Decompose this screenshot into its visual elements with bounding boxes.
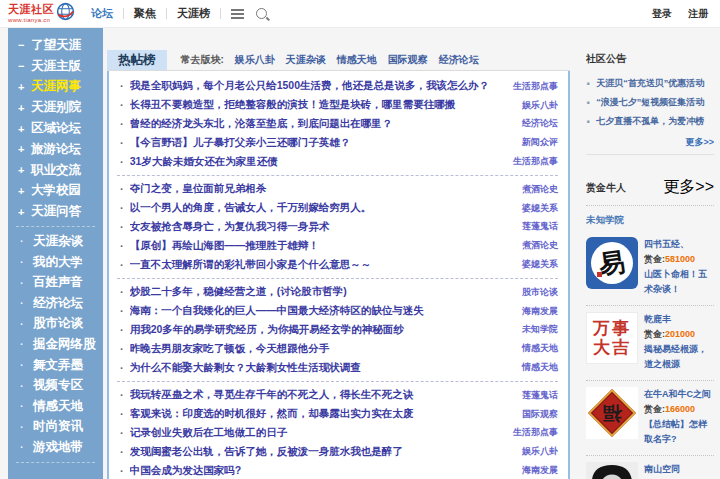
post-board-link[interactable]: 新闻众评 bbox=[522, 136, 558, 149]
sidebar-item-tianya-wangshi[interactable]: +天涯网事 bbox=[8, 77, 103, 98]
post-title-link[interactable]: 客观来说：印度选的时机很好，然而，却暴露出实力实在太废 bbox=[130, 407, 514, 421]
bw-portrait-avatar[interactable] bbox=[586, 462, 638, 479]
post-board-link[interactable]: 生活那点事 bbox=[513, 426, 558, 439]
post-title-link[interactable]: 曾经的经济龙头东北，沦落至垫底，到底问题出在哪里？ bbox=[130, 117, 514, 131]
register-link[interactable]: 注册 bbox=[688, 7, 708, 21]
search-icon[interactable] bbox=[256, 8, 267, 19]
announcement-link[interactable]: 七夕直播不孤单，为爱冲榜 bbox=[596, 115, 704, 128]
bounty-label: 赏金: bbox=[644, 329, 665, 339]
post-title-link[interactable]: 为什么不能娶大龄剩女？大龄剩女性生活现状调查 bbox=[130, 361, 514, 375]
post-title-link[interactable]: 中国会成为发达国家吗? bbox=[130, 464, 514, 478]
sidebar-item-baixing-shengyin[interactable]: 百姓声音 bbox=[8, 272, 103, 293]
post-board-link[interactable]: 未知学院 bbox=[522, 323, 558, 336]
sidebar-item-lvyou-luntan[interactable]: +旅游论坛 bbox=[8, 139, 103, 160]
sidebar-item-shishang-zixun[interactable]: 时尚资讯 bbox=[8, 417, 103, 438]
post-board-link[interactable]: 煮酒论史 bbox=[522, 239, 558, 252]
post-board-link[interactable]: 煮酒论史 bbox=[522, 183, 558, 196]
sidebar-item-gushi-luntan[interactable]: 股市论谈 bbox=[8, 314, 103, 335]
nav-divider bbox=[220, 8, 221, 19]
bounty-user-link[interactable]: 在牛A和牛C之间 bbox=[644, 387, 714, 402]
post-board-link[interactable]: 海南发展 bbox=[522, 305, 558, 318]
main-nav: 论坛 聚焦 天涯榜 bbox=[91, 6, 267, 21]
post-board-link[interactable]: 婆媳关系 bbox=[522, 202, 558, 215]
sidebar-item-qinggan-tiandi[interactable]: 情感天地 bbox=[8, 396, 103, 417]
post-board-link[interactable]: 莲蓬鬼话 bbox=[522, 389, 558, 402]
post-title-link[interactable]: 发现闺蜜老公出轨，告诉了她，反被泼一身脏水我也是醉了 bbox=[130, 445, 514, 459]
post-board-link[interactable]: 莲蓬鬼话 bbox=[522, 220, 558, 233]
post-board-link[interactable]: 生活那点事 bbox=[513, 155, 558, 168]
bounty-user-link[interactable]: 四书五经、 bbox=[644, 237, 714, 252]
post-board-link[interactable]: 国际观察 bbox=[522, 408, 558, 421]
sidebar-item-tianya-zatan[interactable]: 天涯杂谈 bbox=[8, 231, 103, 252]
nav-divider bbox=[166, 8, 167, 19]
quick-link-tianya-zatan[interactable]: 天涯杂谈 bbox=[286, 53, 326, 67]
post-board-link[interactable]: 情感天地 bbox=[522, 342, 558, 355]
announcement-link[interactable]: “浪漫七夕”短视频征集活动 bbox=[596, 96, 704, 109]
post-title-link[interactable]: 炒股二十多年，稳健经营之道，(讨论股市哲学) bbox=[130, 285, 514, 299]
bounty-post-link[interactable]: 揭秘易经根源，道之根源 bbox=[644, 342, 714, 372]
quick-link-qinggan-tiandi[interactable]: 情感天地 bbox=[337, 53, 377, 67]
sidebar-separator bbox=[16, 226, 95, 227]
quick-link-jingji-luntan[interactable]: 经济论坛 bbox=[439, 53, 479, 67]
announcements-more-link[interactable]: 更多>> bbox=[685, 137, 714, 147]
post-board-link[interactable]: 娱乐八卦 bbox=[522, 445, 558, 458]
frequent-boards-label: 常去版块: bbox=[181, 53, 224, 67]
post-board-link[interactable]: 股市论谈 bbox=[522, 286, 558, 299]
sidebar-item-liaowang-tianya[interactable]: −了望天涯 bbox=[8, 35, 103, 56]
login-link[interactable]: 登录 bbox=[652, 7, 672, 21]
post-title-link[interactable]: 我玩转巫蛊之术，寻觅生存千年的不死之人，得长生不死之诀 bbox=[130, 388, 514, 402]
sidebar-item-juejin-wangluogu[interactable]: 掘金网络股 bbox=[8, 334, 103, 355]
post-title-link[interactable]: 昨晚去男朋友家吃了顿饭，今天想跟他分手 bbox=[130, 342, 514, 356]
post-title-link[interactable]: 长得丑不要赖造型，拒绝整容般的演技！造型是块砖，哪里需要往哪搬 bbox=[130, 98, 514, 112]
post-title-link[interactable]: 【原创】再绘山海图——推理胜于雄辩！ bbox=[130, 239, 514, 253]
sidebar-item-quyu-luntan[interactable]: +区域论坛 bbox=[8, 118, 103, 139]
post-board-link[interactable]: 海南发展 bbox=[522, 464, 558, 477]
hamburger-menu-icon[interactable] bbox=[231, 7, 244, 21]
post-board-link[interactable]: 生活那点事 bbox=[513, 80, 558, 93]
post-title-link[interactable]: 夺门之变，皇位面前兄弟相杀 bbox=[130, 182, 514, 196]
post-title-link[interactable]: 31岁大龄未婚女还在为家里还债 bbox=[130, 155, 505, 169]
quick-link-yule-bagua[interactable]: 娱乐八卦 bbox=[235, 53, 275, 67]
bounty-post-link[interactable]: 山医卜命相！五术杂谈！ bbox=[644, 267, 714, 297]
site-logo[interactable]: 天涯社区 www.tianya.cn bbox=[8, 4, 75, 23]
nav-tianya-rank[interactable]: 天涯榜 bbox=[177, 6, 210, 21]
logo-url: www.tianya.cn bbox=[8, 17, 54, 23]
sidebar-item-zhiye-jiaoliu[interactable]: +职业交流 bbox=[8, 160, 103, 181]
bounty-post-link[interactable]: 【总结帖】怎样取名字? bbox=[644, 417, 714, 447]
sidebar-item-tianya-bieyuan[interactable]: +天涯别院 bbox=[8, 97, 103, 118]
sidebar-item-tianya-zhuban[interactable]: −天涯主版 bbox=[8, 56, 103, 77]
post-title-link[interactable]: 一直不太理解所谓的彩礼带回小家是个什么意思～～ bbox=[130, 258, 514, 272]
sidebar-item-tianya-wenda[interactable]: +天涯问答 bbox=[8, 201, 103, 222]
post-title-link[interactable]: 女友被抢含辱身亡，为复仇我习得一身异术 bbox=[130, 220, 514, 234]
announcements-panel: 社区公告 天涯贝“首充送贝”优惠活动 “浪漫七夕”短视频征集活动 七夕直播不孤单… bbox=[586, 52, 714, 155]
post-board-link[interactable]: 娱乐八卦 bbox=[522, 99, 558, 112]
tab-hot-posts[interactable]: 热帖榜 bbox=[107, 50, 167, 70]
bounty-user-link[interactable]: 南山空同 bbox=[644, 462, 714, 477]
expand-icon: + bbox=[18, 206, 31, 218]
post-board-link[interactable]: 经济论坛 bbox=[522, 117, 558, 130]
post-board-link[interactable]: 婆媳关系 bbox=[522, 258, 558, 271]
post-title-link[interactable]: 我是全职妈妈，每个月老公只给1500生活费，他还是总是说多，我该怎么办？ bbox=[130, 79, 505, 93]
post-title-link[interactable]: 【今言野语】儿子暴打父亲小三还哪门子英雄？ bbox=[130, 136, 514, 150]
announcement-link[interactable]: 天涯贝“首充送贝”优惠活动 bbox=[596, 77, 704, 90]
bounty-section-link[interactable]: 未知学院 bbox=[586, 214, 624, 227]
post-title-link[interactable]: 记录创业失败后在工地做工的日子 bbox=[130, 426, 505, 440]
bounty-user-link[interactable]: 乾鹿丰 bbox=[644, 312, 714, 327]
sidebar-item-youxi-didai[interactable]: 游戏地带 bbox=[8, 437, 103, 458]
post-title-link[interactable]: 海南：一个自我矮化的巨人——中国最大经济特区的缺位与迷失 bbox=[130, 304, 514, 318]
bounty-more-link[interactable]: 更多>> bbox=[663, 177, 714, 198]
inverted-fu-diamond-avatar[interactable] bbox=[586, 387, 638, 439]
post-board-link[interactable]: 情感天地 bbox=[522, 361, 558, 374]
post-title-link[interactable]: 以一个男人的角度，告诫女人，千万别嫁给穷男人。 bbox=[130, 201, 514, 215]
sidebar-item-wode-daxue[interactable]: 我的大学 bbox=[8, 252, 103, 273]
post-title-link[interactable]: 用我20多年的易学研究经历，为你揭开易经玄学的神秘面纱 bbox=[130, 323, 514, 337]
sidebar-item-shipin-zhuanqu[interactable]: 视频专区 bbox=[8, 375, 103, 396]
wanshidaji-calligraphy-avatar[interactable]: 万事大吉 bbox=[586, 312, 638, 364]
quick-link-guoji-guancha[interactable]: 国际观察 bbox=[388, 53, 428, 67]
sidebar-item-wuwen-nongmo[interactable]: 舞文弄墨 bbox=[8, 355, 103, 376]
sidebar-item-daxue-xiaoyuan[interactable]: +大学校园 bbox=[8, 181, 103, 202]
sidebar-item-jingji-luntan[interactable]: 经济论坛 bbox=[8, 293, 103, 314]
nav-focus[interactable]: 聚焦 bbox=[134, 6, 156, 21]
yijing-seal-avatar[interactable] bbox=[586, 237, 638, 289]
nav-forum[interactable]: 论坛 bbox=[91, 6, 113, 21]
